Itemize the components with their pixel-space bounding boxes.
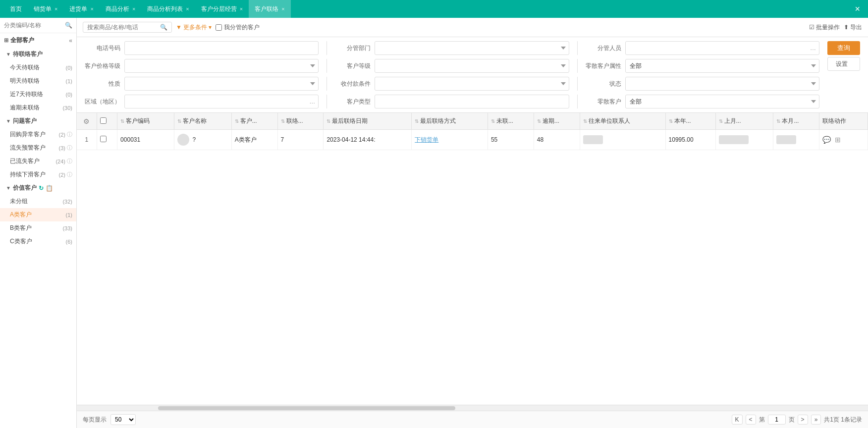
close-purchase-icon[interactable]: × [90,6,93,12]
region-wrapper: … [124,95,319,108]
nav-customer-segment[interactable]: 客户分层经营 × [195,0,249,18]
per-page-select[interactable]: 50 20 100 [110,414,136,425]
region-input[interactable] [125,95,306,108]
nav-purchase[interactable]: 进货单 × [63,0,99,18]
sidebar-item-7days[interactable]: 近7天待联络 (0) [0,88,76,101]
refresh-icon[interactable]: ↻ [39,185,44,192]
nav-home[interactable]: 首页 [4,0,28,18]
phone-input[interactable] [124,41,319,55]
problem-group-header[interactable]: ▼ 问题客户 [0,114,76,128]
last-page-btn[interactable]: » [811,415,821,425]
cell-check[interactable] [97,130,117,150]
select-all-checkbox[interactable] [100,117,107,124]
th-no-contact[interactable]: 未联... [488,113,534,130]
sidebar-item-type-c[interactable]: C类客户 (6) [0,235,76,248]
info-icon-warning: ⓘ [67,144,72,152]
nature-label: 性质 [85,80,124,88]
page-number-input[interactable] [768,415,786,425]
sidebar-item-ungroups[interactable]: 未分组 (32) [0,195,76,208]
nav-customer-contact[interactable]: 客户联络 × [249,0,290,18]
filter-search-container: 🔍 [83,22,172,33]
th-contact[interactable]: 联络... [277,113,324,130]
sidebar-item-warning[interactable]: 流失预警客户 (3) ⓘ [0,141,76,155]
th-unit-contact[interactable]: 往来单位联系人 [580,113,665,130]
all-customers-header[interactable]: ⊞ 全部客户 « [0,33,76,48]
close-sales-icon[interactable]: × [54,6,57,12]
sidebar-item-type-b[interactable]: B类客户 (33) [0,221,76,235]
retail-attr-field: 零散客户属性 全部 [586,59,819,73]
sidebar-search-input[interactable] [4,22,63,29]
th-name[interactable]: 客户名称 [174,113,231,130]
th-overdue[interactable]: 逾期... [534,113,580,130]
retail-attr-select[interactable]: 全部 [625,59,819,73]
th-this-month[interactable]: 本月... [773,113,819,130]
phone-field: 电话号码 [85,41,319,55]
th-last-date[interactable]: 最后联络日期 [324,113,412,130]
customer-level-select[interactable] [375,59,569,73]
th-this-year[interactable]: 本年... [665,113,715,130]
sidebar-item-tomorrow[interactable]: 明天待联络 (1) [0,74,76,88]
cell-last-method: 下销货单 [412,130,488,150]
payment-select[interactable] [375,77,569,91]
sidebar-item-type-a[interactable]: A类客户 (1) [0,208,76,221]
close-all-tabs-icon[interactable]: × [851,4,864,14]
my-customers-check[interactable] [216,24,222,31]
value-group-header[interactable]: ▼ 价值客户 ↻ 📋 [0,181,76,195]
sidebar-item-declining[interactable]: 持续下滑客户 (2) ⓘ [0,168,76,181]
nav-product-list[interactable]: 商品分析列表 × [141,0,195,18]
status-select[interactable] [625,77,819,91]
nature-select[interactable] [124,77,319,91]
dept-select[interactable] [375,41,569,55]
scroll-thumb[interactable] [158,406,455,410]
row-checkbox[interactable] [100,136,107,142]
th-check[interactable] [97,113,117,130]
close-segment-icon[interactable]: × [240,6,243,12]
manager-wrapper: … [625,41,819,55]
manager-input[interactable] [626,42,807,54]
region-dots-icon[interactable]: … [306,98,318,105]
filter-search-icon[interactable]: 🔍 [160,24,167,31]
filter-bar: 🔍 ▼ 更多条件 ▾ 我分管的客户 ☑ 批量操作 ⬆ 导出 [77,18,868,37]
th-last-method[interactable]: 最后联络方式 [412,113,488,130]
price-level-select[interactable] [124,59,319,73]
th-last-month[interactable]: 上月... [715,113,773,130]
payment-field: 收付款条件 [335,77,569,91]
retail-customer-select[interactable]: 全部 [625,95,819,108]
pagination-bar: 每页显示 50 20 100 K < 第 页 > » 共1页 1条记录 [77,411,868,428]
pending-group-header[interactable]: ▼ 待联络客户 [0,48,76,61]
qrcode-icon[interactable]: ⊞ [835,136,841,144]
close-analysis-icon[interactable]: × [132,6,135,12]
content-area: 🔍 ▼ 更多条件 ▾ 我分管的客户 ☑ 批量操作 ⬆ 导出 [77,18,868,428]
prev-page-btn[interactable]: < [746,415,756,425]
sidebar-item-abnormal[interactable]: 回购异常客户 (2) ⓘ [0,128,76,141]
th-code[interactable]: 客户编码 [117,113,174,130]
sidebar-item-overdue[interactable]: 逾期未联络 (30) [0,101,76,114]
collapse-sidebar-icon[interactable]: « [69,37,72,44]
next-page-btn[interactable]: > [798,415,808,425]
first-page-btn[interactable]: K [732,415,743,425]
customer-type-input[interactable] [375,95,569,108]
edit-groups-icon[interactable]: 📋 [46,185,53,192]
settings-button[interactable]: 设置 [827,57,860,71]
settings-col-icon[interactable]: ⚙ [83,117,90,125]
export-btn[interactable]: ⬆ 导出 [844,23,862,32]
query-button[interactable]: 查询 [827,41,860,55]
filter-search-input[interactable] [87,24,158,31]
sidebar-item-today[interactable]: 今天待联络 (0) [0,61,76,74]
sidebar-item-lost[interactable]: 已流失客户 (24) ⓘ [0,155,76,168]
th-type[interactable]: 客户... [231,113,277,130]
nav-sales[interactable]: 销货单 × [28,0,63,18]
batch-op-btn[interactable]: ☑ 批量操作 [809,23,840,32]
sidebar-search-icon[interactable]: 🔍 [65,22,72,29]
last-method-link[interactable]: 下销货单 [415,136,438,143]
nav-product-analysis[interactable]: 商品分析 × [100,0,141,18]
my-customers-checkbox[interactable]: 我分管的客户 [216,23,260,32]
bottom-scrollbar[interactable] [77,405,868,411]
more-filters-btn[interactable]: ▼ 更多条件 ▾ [176,23,212,32]
close-list-icon[interactable]: × [186,6,189,12]
page-nav: K < 第 页 > » 共1页 1条记录 [732,415,862,425]
message-icon[interactable]: 💬 [822,136,831,144]
adv-filter-panel: 电话号码 分管部门 分管人员 … [77,37,868,113]
manager-dots-icon[interactable]: … [807,45,819,52]
close-contact-icon[interactable]: × [281,6,284,12]
